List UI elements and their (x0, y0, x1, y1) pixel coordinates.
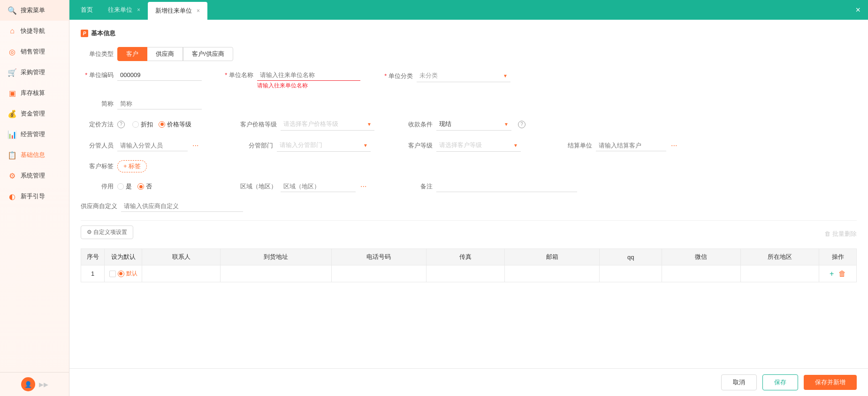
add-tag-label: + 标签 (123, 162, 141, 171)
sidebar-item-sales[interactable]: ◎ 销售管理 (0, 41, 69, 62)
customer-price-level-placeholder: 请选择客户价格等级 (283, 120, 338, 128)
disabled-label: 停用 (81, 182, 114, 191)
payment-terms-label: 收款条件 (400, 120, 433, 129)
unit-type-supplier-btn[interactable]: 供应商 (147, 47, 183, 61)
sidebar-item-guide[interactable]: ◐ 新手引导 (0, 186, 69, 207)
customer-price-chevron: ▼ (367, 122, 372, 127)
customer-level-select[interactable]: 请选择客户等级 ▼ (436, 139, 521, 152)
remark-input[interactable] (436, 181, 577, 192)
add-tag-btn[interactable]: + 标签 (117, 160, 147, 172)
sidebar-item-operations[interactable]: 📊 经营管理 (0, 124, 69, 145)
sidebar-item-quick-nav[interactable]: ⌂ 快捷导航 (0, 21, 69, 41)
tab-bar: 首页 往来单位 × 新增往来单位 × × (69, 0, 868, 20)
short-name-input[interactable] (117, 98, 202, 109)
settlement-unit-field: 结算单位 ··· (559, 140, 700, 151)
customer-price-level-select[interactable]: 请选择客户价格等级 ▼ (281, 118, 374, 131)
manager-more-btn[interactable]: ··· (191, 141, 199, 150)
unit-name-error: 请输入往来单位名称 (257, 82, 361, 90)
sidebar-item-finance[interactable]: 💰 资金管理 (0, 103, 69, 124)
supplier-custom-input[interactable] (121, 201, 243, 212)
settlement-unit-label: 结算单位 (559, 141, 592, 150)
tab-home[interactable]: 首页 (73, 0, 100, 20)
settlement-unit-input[interactable] (596, 140, 666, 151)
manager-row: 分管人员 ··· 分管部门 请输入分管部门 ▼ 客户等级 请选择客户等级 ▼ (81, 139, 857, 152)
department-select[interactable]: 请输入分管部门 ▼ (277, 139, 371, 152)
sidebar-item-basic[interactable]: 📋 基础信息 (0, 145, 69, 165)
manager-input[interactable] (117, 140, 188, 151)
th-address: 到货地址 (221, 249, 331, 265)
supplier-custom-label: 供应商自定义 (81, 202, 117, 210)
table-region-input[interactable] (761, 268, 799, 279)
address-input[interactable] (248, 268, 304, 279)
sidebar-item-system[interactable]: ⚙ 系统管理 (0, 165, 69, 186)
email-input[interactable] (529, 268, 576, 279)
tab-partners-label: 往来单位 (108, 6, 132, 14)
disabled-no-option[interactable]: 否 (137, 182, 152, 191)
table-add-btn[interactable]: + (828, 270, 835, 278)
sales-icon: ◎ (8, 47, 17, 56)
search-icon: 🔍 (8, 6, 17, 15)
tab-home-label: 首页 (81, 6, 93, 14)
wechat-input[interactable] (682, 268, 720, 279)
settlement-more-btn[interactable]: ··· (670, 141, 678, 150)
save-new-button[interactable]: 保存并新增 (804, 375, 857, 390)
table-del-btn[interactable]: 🗑 (837, 270, 847, 278)
payment-help-icon[interactable]: ? (518, 121, 525, 128)
contact-input[interactable] (162, 268, 200, 279)
main-area: 首页 往来单位 × 新增往来单位 × × P 基本信息 单位类型 客户 供应商 … (69, 0, 868, 396)
region-more-btn[interactable]: ··· (359, 182, 367, 191)
phone-input[interactable] (355, 268, 402, 279)
unit-name-input[interactable] (257, 70, 360, 81)
customer-level-field: 客户等级 请选择客户等级 ▼ (400, 139, 541, 152)
batch-delete-area: 🗑 批量删除 (824, 230, 857, 238)
save-button[interactable]: 保存 (762, 374, 798, 390)
disabled-no-label: 否 (146, 182, 152, 191)
qq-input[interactable] (617, 268, 645, 279)
td-default-inner: 默认 (108, 270, 138, 278)
custom-settings-button[interactable]: ⚙ 自定义项设置 (81, 225, 133, 239)
default-radio-item[interactable]: 默认 (118, 270, 137, 278)
tab-new-partner-close[interactable]: × (197, 8, 200, 14)
region-field: 区域（地区） ··· (240, 181, 381, 192)
section-title-text: 基本信息 (91, 29, 115, 38)
unit-category-select[interactable]: 未分类 ▼ (417, 70, 510, 82)
sidebar-label-basic: 基础信息 (21, 151, 45, 159)
sidebar-item-inventory[interactable]: ▣ 库存核算 (0, 83, 69, 103)
sidebar-search[interactable]: 🔍 搜索菜单 (0, 0, 69, 21)
fax-input[interactable] (447, 268, 484, 279)
tab-partners[interactable]: 往来单位 × (100, 0, 148, 20)
pricing-level-option[interactable]: 价格等级 (159, 120, 191, 129)
th-wechat: 微信 (662, 249, 740, 265)
unit-category-field: 单位分类 未分类 ▼ (380, 70, 510, 82)
region-input[interactable] (281, 181, 356, 192)
unit-type-label: 单位类型 (81, 50, 114, 58)
sidebar-label-purchase: 采购管理 (21, 68, 45, 77)
main-close-button[interactable]: × (852, 5, 864, 15)
pricing-row: 定价方法 ? 折扣 价格等级 客户价格等级 请选择客户价格等级 (81, 118, 857, 131)
pricing-help-icon[interactable]: ? (117, 121, 125, 128)
sidebar-expand-icon[interactable]: ▶▶ (39, 381, 48, 388)
unit-category-value: 未分类 (419, 71, 438, 80)
unit-type-both-btn[interactable]: 客户/供应商 (183, 47, 233, 61)
operations-icon: 📊 (8, 130, 17, 139)
customer-level-chevron: ▼ (513, 143, 518, 148)
disabled-yes-option[interactable]: 是 (117, 182, 132, 191)
cancel-button[interactable]: 取消 (721, 374, 757, 390)
pricing-discount-option[interactable]: 折扣 (132, 120, 153, 129)
manager-label: 分管人员 (81, 141, 114, 150)
user-avatar[interactable]: 👤 (21, 377, 35, 391)
td-index: 1 (81, 265, 105, 282)
batch-delete-label[interactable]: 批量删除 (832, 230, 857, 238)
customer-price-level-label: 客户价格等级 (240, 120, 277, 129)
unit-code-label: 单位编码 (81, 71, 114, 79)
tab-new-partner[interactable]: 新增往来单位 × (148, 2, 207, 20)
section-title: P 基本信息 (81, 29, 857, 38)
sidebar-item-purchase[interactable]: 🛒 采购管理 (0, 62, 69, 83)
unit-code-input[interactable] (117, 70, 202, 81)
unit-type-customer-btn[interactable]: 客户 (117, 47, 147, 61)
row-checkbox[interactable] (109, 271, 116, 277)
table-toolbar: ⚙ 自定义项设置 🗑 批量删除 (81, 225, 857, 245)
payment-terms-select[interactable]: 现结 ▼ (436, 118, 511, 131)
sidebar-label-quick-nav: 快捷导航 (21, 27, 45, 35)
tab-partners-close[interactable]: × (137, 7, 140, 13)
